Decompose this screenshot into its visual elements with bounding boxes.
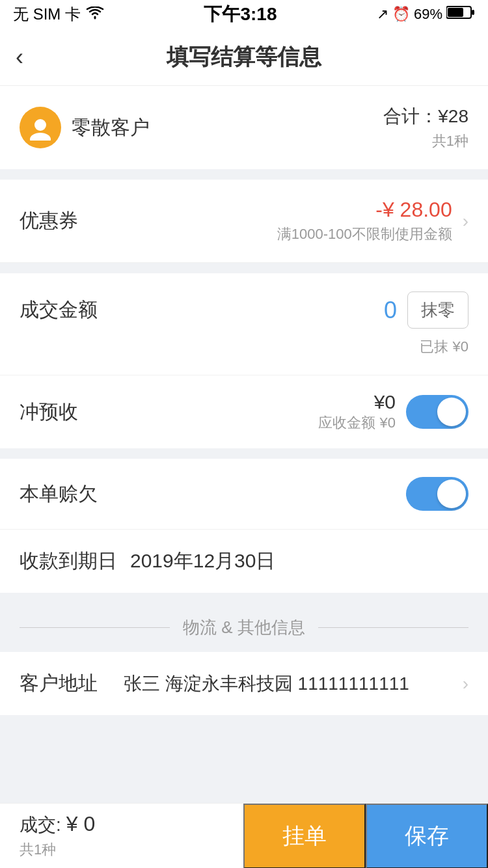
svg-rect-1 xyxy=(448,8,463,17)
deal-amount-section: 成交金额 抹零 已抹 ¥0 xyxy=(0,273,488,375)
logistics-label: 物流 & 其他信息 xyxy=(183,616,305,639)
flush-right: ¥0 应收金额 ¥0 xyxy=(318,391,468,433)
flush-value-area: ¥0 应收金额 ¥0 xyxy=(318,391,396,433)
debt-toggle-knob xyxy=(437,480,466,508)
bottom-spacer xyxy=(0,726,488,804)
customer-count: 共1种 xyxy=(383,131,468,151)
bottom-deal-label: 成交: xyxy=(20,813,61,837)
status-bar: 无 SIM 卡 下午3:18 ↗ ⏰ 69% xyxy=(0,0,488,29)
battery-percent: 69% xyxy=(414,6,442,23)
bottom-deal-value: ¥ 0 xyxy=(66,812,95,836)
avatar xyxy=(20,107,61,148)
status-left: 无 SIM 卡 xyxy=(13,4,104,25)
address-value: 张三 海淀永丰科技园 11111111111 xyxy=(124,671,450,696)
deal-amount-right: 抹零 xyxy=(345,292,468,329)
customer-section: 零散客户 合计：¥28 共1种 xyxy=(0,86,488,169)
wifi-icon xyxy=(86,5,104,23)
bottom-deal: 成交: ¥ 0 xyxy=(20,812,224,837)
customer-name: 零散客户 xyxy=(72,115,150,141)
customer-row: 零散客户 合计：¥28 共1种 xyxy=(0,86,488,169)
svg-point-4 xyxy=(30,133,51,141)
svg-point-3 xyxy=(34,119,46,131)
flush-toggle[interactable] xyxy=(406,395,468,429)
debt-label: 本单赊欠 xyxy=(20,481,98,508)
flush-sub: 应收金额 ¥0 xyxy=(318,413,396,433)
status-time: 下午3:18 xyxy=(204,2,277,27)
customer-right: 合计：¥28 共1种 xyxy=(383,104,468,151)
back-button[interactable]: ‹ xyxy=(16,44,23,71)
address-row[interactable]: 客户地址 张三 海淀永丰科技园 11111111111 › xyxy=(0,652,488,715)
debt-row: 本单赊欠 xyxy=(0,459,488,529)
logistics-line-left xyxy=(20,627,170,628)
due-date-row: 收款到期日 2019年12月30日 xyxy=(0,529,488,593)
debt-section: 本单赊欠 收款到期日 2019年12月30日 xyxy=(0,459,488,593)
deal-amount-input[interactable] xyxy=(345,297,397,324)
battery-icon xyxy=(446,5,475,23)
coupon-chevron-icon: › xyxy=(463,211,468,232)
nav-bar: ‹ 填写结算等信息 xyxy=(0,29,488,86)
pending-button[interactable]: 挂单 xyxy=(243,804,366,869)
logistics-line-right xyxy=(318,627,468,628)
round-zero-button[interactable]: 抹零 xyxy=(407,292,468,329)
coupon-section: 优惠券 -¥ 28.00 满1000-100不限制使用金额 › xyxy=(0,180,488,263)
coupon-value-area: -¥ 28.00 满1000-100不限制使用金额 xyxy=(277,198,452,244)
no-sim-text: 无 SIM 卡 xyxy=(13,4,81,25)
due-date: 2019年12月30日 xyxy=(130,548,275,575)
bottom-count: 共1种 xyxy=(20,840,224,860)
address-chevron-icon: › xyxy=(463,673,468,694)
deal-amount-label: 成交金额 xyxy=(20,297,98,323)
bottom-info: 成交: ¥ 0 共1种 xyxy=(0,812,243,860)
address-label: 客户地址 xyxy=(20,670,98,697)
save-button[interactable]: 保存 xyxy=(366,804,488,869)
deal-amount-row: 成交金额 抹零 xyxy=(20,292,468,329)
coupon-discount: -¥ 28.00 xyxy=(277,198,452,222)
coupon-row[interactable]: 优惠券 -¥ 28.00 满1000-100不限制使用金额 › xyxy=(0,180,488,263)
flush-toggle-knob xyxy=(437,398,466,426)
status-right: ↗ ⏰ 69% xyxy=(377,5,475,23)
address-section: 客户地址 张三 海淀永丰科技园 11111111111 › xyxy=(0,652,488,715)
alarm-icon: ⏰ xyxy=(392,6,410,23)
debt-toggle[interactable] xyxy=(406,477,468,511)
location-icon: ↗ xyxy=(377,6,388,23)
logistics-divider: 物流 & 其他信息 xyxy=(0,603,488,652)
customer-total: 合计：¥28 xyxy=(383,104,468,129)
flush-label: 冲预收 xyxy=(20,399,78,426)
page-title: 填写结算等信息 xyxy=(167,42,321,72)
coupon-right: -¥ 28.00 满1000-100不限制使用金额 › xyxy=(277,198,468,244)
flush-value: ¥0 xyxy=(318,391,396,413)
due-label: 收款到期日 xyxy=(20,548,117,575)
bottom-bar: 成交: ¥ 0 共1种 挂单 保存 xyxy=(0,803,488,868)
deal-flush-section: 成交金额 抹零 已抹 ¥0 冲预收 ¥0 应收金额 ¥0 xyxy=(0,273,488,448)
deal-amount-sub: 已抹 ¥0 xyxy=(420,338,468,355)
coupon-description: 满1000-100不限制使用金额 xyxy=(277,224,452,244)
customer-left: 零散客户 xyxy=(20,107,150,148)
svg-rect-2 xyxy=(472,10,474,15)
flush-preceive-row: 冲预收 ¥0 应收金额 ¥0 xyxy=(0,375,488,448)
coupon-label: 优惠券 xyxy=(20,208,78,234)
